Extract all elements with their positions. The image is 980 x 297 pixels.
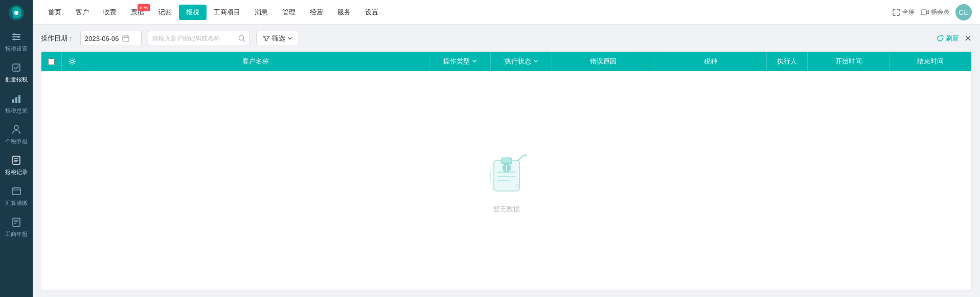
svg-rect-34 xyxy=(502,158,512,164)
nav-right: 全屏 畅会员 CE xyxy=(892,4,972,20)
toolbar: 操作日期： 2023-06-06 请输入客户助记码或名称 xyxy=(41,31,972,46)
th-settings[interactable] xyxy=(62,52,82,71)
table-header: 客户名称 操作类型 执行状态 错误原因 xyxy=(41,52,971,71)
svg-rect-21 xyxy=(13,218,20,226)
video-icon xyxy=(921,8,929,16)
svg-point-5 xyxy=(13,33,15,35)
svg-point-32 xyxy=(71,60,73,63)
sidebar-item-piliangshuishou[interactable]: 批量报税 xyxy=(0,56,33,87)
logo xyxy=(0,0,33,26)
toolbar-right: 刷新 ✕ xyxy=(937,33,972,44)
sidebar-item-baoshuizonglan[interactable]: 报税总览 xyxy=(0,88,33,118)
batch-icon xyxy=(9,60,24,75)
nav-item-message[interactable]: 消息 xyxy=(247,0,275,25)
overview-icon xyxy=(9,92,24,106)
nav-item-customer[interactable]: 客户 xyxy=(69,0,96,25)
empty-illustration xyxy=(481,147,532,199)
table-body: 暂无数据 xyxy=(41,71,971,290)
nav-item-settings[interactable]: 设置 xyxy=(358,0,385,25)
svg-line-31 xyxy=(243,40,245,42)
th-start-time: 开始时间 xyxy=(808,52,890,71)
filter-status-icon xyxy=(533,59,538,64)
nav-item-operation[interactable]: 经营 xyxy=(303,0,330,25)
th-checkbox[interactable] xyxy=(41,52,62,71)
nav-item-manage[interactable]: 管理 xyxy=(275,0,303,25)
date-label: 操作日期： xyxy=(41,34,74,43)
svg-rect-11 xyxy=(18,95,20,103)
main-area: 首页 客户 收费 票据 new 记账 报税 工商项目 消息 管理 经营 xyxy=(33,0,980,297)
nav-item-homepage[interactable]: 首页 xyxy=(41,0,69,25)
sidebar-item-geshuishenbao[interactable]: 个税申报 xyxy=(0,118,33,149)
svg-point-12 xyxy=(14,125,18,130)
nav-item-invoice[interactable]: 票据 new xyxy=(124,0,151,25)
sidebar: 报税设置 批量报税 报税总览 个税申报 xyxy=(0,0,33,297)
date-picker[interactable]: 2023-06-06 xyxy=(80,31,142,46)
svg-point-7 xyxy=(13,38,15,40)
svg-point-40 xyxy=(506,169,507,171)
sidebar-item-gongshangnianbaio[interactable]: 工商年报 xyxy=(0,211,33,242)
avatar[interactable]: CE xyxy=(955,4,972,20)
member-btn[interactable]: 畅会员 xyxy=(921,8,949,16)
filter-op-icon xyxy=(472,59,477,64)
column-settings-icon xyxy=(68,57,76,66)
svg-rect-8 xyxy=(13,64,20,71)
annual-report-icon xyxy=(9,215,24,229)
fullscreen-btn[interactable]: 全屏 xyxy=(892,8,915,16)
svg-point-1 xyxy=(14,11,18,15)
svg-rect-25 xyxy=(921,10,926,15)
sidebar-item-baoshuijilu[interactable]: 报税记录 xyxy=(0,149,33,180)
personal-tax-icon xyxy=(9,122,24,137)
sidebar-item-huisuanqingdi[interactable]: 汇算清缴 xyxy=(0,180,33,210)
content: 操作日期： 2023-06-06 请输入客户助记码或名称 xyxy=(33,25,980,297)
settings-icon xyxy=(9,30,24,44)
nav-item-industry[interactable]: 工商项目 xyxy=(207,0,247,25)
nav-item-service[interactable]: 服务 xyxy=(330,0,358,25)
nav-item-accounting[interactable]: 记账 xyxy=(151,0,179,25)
svg-rect-10 xyxy=(15,97,17,103)
th-executor: 执行人 xyxy=(767,52,808,71)
search-box[interactable]: 请输入客户助记码或名称 xyxy=(148,31,250,46)
th-tax-type: 税种 xyxy=(654,52,767,71)
chevron-down-icon xyxy=(287,36,292,41)
empty-text: 暂无数据 xyxy=(493,205,520,214)
search-icon xyxy=(238,35,245,42)
top-nav: 首页 客户 收费 票据 new 记账 报税 工商项目 消息 管理 经营 xyxy=(33,0,980,25)
svg-rect-17 xyxy=(12,188,20,195)
calendar-icon xyxy=(122,35,129,42)
filter-btn[interactable]: 筛选 xyxy=(256,31,299,46)
svg-point-6 xyxy=(17,36,19,38)
th-error-reason: 错误原因 xyxy=(552,52,654,71)
search-placeholder: 请输入客户助记码或名称 xyxy=(152,34,220,43)
refresh-btn[interactable]: 刷新 xyxy=(937,34,959,43)
close-btn[interactable]: ✕ xyxy=(964,33,972,44)
th-exec-status[interactable]: 执行状态 xyxy=(491,52,552,71)
settlement-icon xyxy=(9,184,24,198)
new-badge: new xyxy=(138,4,150,11)
fullscreen-icon xyxy=(892,8,900,16)
filter-icon xyxy=(263,35,270,42)
refresh-icon xyxy=(937,35,944,42)
table-container: 客户名称 操作类型 执行状态 错误原因 xyxy=(41,51,972,291)
select-all-checkbox[interactable] xyxy=(48,58,55,65)
empty-state: 暂无数据 xyxy=(481,147,532,214)
record-icon xyxy=(9,153,24,167)
nav-item-tax[interactable]: 报税 xyxy=(179,5,207,20)
th-client-name: 客户名称 xyxy=(82,52,429,71)
th-op-type[interactable]: 操作类型 xyxy=(429,52,491,71)
svg-rect-9 xyxy=(12,99,14,103)
sidebar-item-baoshuishezhi[interactable]: 报税设置 xyxy=(0,26,33,56)
nav-item-billing[interactable]: 收费 xyxy=(96,0,124,25)
svg-rect-26 xyxy=(123,36,129,41)
svg-point-42 xyxy=(515,184,519,188)
svg-line-43 xyxy=(518,155,523,160)
th-end-time: 结束时间 xyxy=(890,52,971,71)
